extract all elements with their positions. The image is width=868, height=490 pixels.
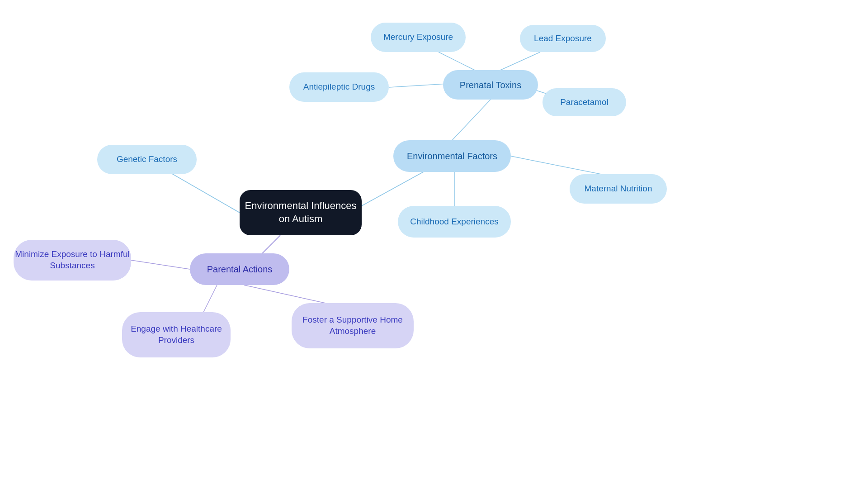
paracetamol-node: Paracetamol xyxy=(542,88,626,116)
childhood-experiences-node: Childhood Experiences xyxy=(398,206,511,238)
center-node: Environmental Influences on Autism xyxy=(240,190,362,235)
minimize-exposure-node: Minimize Exposure to Harmful Substances xyxy=(14,240,131,281)
svg-line-3 xyxy=(439,52,475,70)
foster-home-node: Foster a Supportive Home Atmosphere xyxy=(292,303,414,348)
lead-exposure-node: Lead Exposure xyxy=(520,25,606,52)
svg-line-12 xyxy=(244,285,326,303)
svg-line-7 xyxy=(511,156,601,174)
svg-line-11 xyxy=(203,285,217,312)
maternal-nutrition-node: Maternal Nutrition xyxy=(570,174,667,204)
environmental-factors-node: Environmental Factors xyxy=(393,140,511,172)
svg-line-5 xyxy=(389,84,448,87)
svg-line-9 xyxy=(262,235,280,253)
svg-line-10 xyxy=(131,260,190,269)
parental-actions-node: Parental Actions xyxy=(190,253,289,285)
engage-healthcare-node: Engage with Healthcare Providers xyxy=(122,312,231,357)
antiepileptic-drugs-node: Antiepileptic Drugs xyxy=(289,72,389,102)
genetic-factors-node: Genetic Factors xyxy=(97,145,197,174)
svg-line-2 xyxy=(452,100,491,140)
mercury-exposure-node: Mercury Exposure xyxy=(371,23,466,52)
svg-line-4 xyxy=(497,52,540,71)
prenatal-toxins-node: Prenatal Toxins xyxy=(443,70,538,100)
